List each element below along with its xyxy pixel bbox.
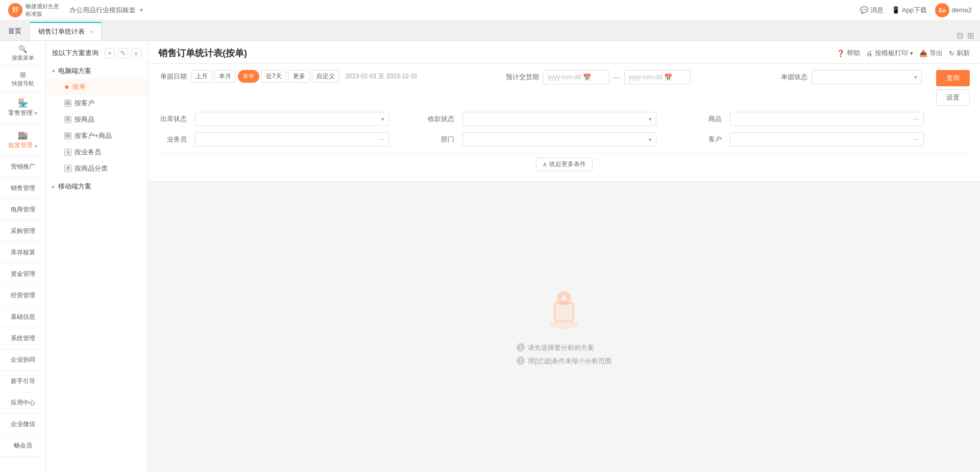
product-more-icon[interactable]: ··· — [913, 114, 919, 124]
sidebar-item-wholesale[interactable]: 🏬 批发管理 ▴ — [0, 124, 45, 156]
calendar-icon-from: 📅 — [583, 74, 591, 81]
empty-tip-1: 1 请先选择要分析的方案 — [517, 343, 611, 352]
logo[interactable]: 好 畅捷通好生意 标准版 — [8, 3, 59, 17]
sidebar-item-purchase[interactable]: 采购管理 — [0, 221, 45, 242]
export-btn[interactable]: 📤 导出 — [919, 49, 943, 58]
department-select[interactable]: ▾ — [462, 132, 656, 147]
department-label: 部门 — [426, 135, 454, 144]
search-btn[interactable]: 查询 — [936, 70, 970, 86]
status-select[interactable]: ▾ — [812, 70, 922, 84]
product-input[interactable]: ··· — [730, 112, 924, 126]
export-icon: 📤 — [919, 50, 927, 57]
user-menu[interactable]: Ea demo2 — [935, 3, 972, 17]
delivery-status-select[interactable]: ▾ — [195, 112, 389, 126]
message-icon: 💬 — [860, 6, 868, 14]
settings-btn[interactable]: 设置 — [936, 89, 970, 106]
sidebar-item-wechat[interactable]: 企业微信 — [0, 414, 45, 435]
sidebar-item-sales[interactable]: 销售管理 — [0, 178, 45, 199]
sidebar-item-ecommerce[interactable]: 电商管理 — [0, 199, 45, 221]
scheme-goods-icon: 商 — [64, 116, 71, 123]
print-icon: 🖨 — [866, 50, 873, 57]
expected-date-from[interactable]: yyyy-mm-dd 📅 — [543, 70, 609, 84]
template-print-btn[interactable]: 🖨 按模板打印 — [866, 49, 913, 58]
scheme-panel-header: 按以下方案查询 + ✎ « — [46, 45, 148, 61]
date-btn-thisyear[interactable]: 本年 — [238, 70, 259, 83]
sidebar-quick-nav[interactable]: ⊞ 快捷导航 — [0, 66, 45, 92]
scheme-group-pc: ▾ 电脑端方案 ● 按单 顾 按客户 商 按商品 顾 按客户+商品 — [46, 63, 148, 177]
date-btn-7days[interactable]: 近7天 — [261, 70, 286, 83]
help-btn[interactable]: ❓ 帮助 — [837, 49, 860, 58]
customer-label: 客户 — [693, 135, 722, 144]
date-btn-group: 上月 本月 本年 近7天 更多 自定义 — [191, 70, 339, 83]
scheme-item-order[interactable]: ● 按单 — [46, 79, 148, 95]
minimize-icon[interactable]: ⊟ — [957, 31, 963, 40]
app-download-btn[interactable]: 📱 App下载 — [892, 6, 927, 15]
tab-sales-order-stats[interactable]: 销售订单统计表 × — [30, 22, 102, 40]
salesman-label: 业务员 — [158, 135, 187, 144]
expected-date-to[interactable]: yyyy-mm-dd 📅 — [624, 70, 691, 84]
salesman-input[interactable]: ··· — [195, 132, 389, 147]
sidebar-item-inventory[interactable]: 库存核算 — [0, 242, 45, 264]
maximize-icon[interactable]: ⊞ — [967, 31, 974, 40]
logo-icon: 好 — [8, 3, 22, 17]
filter-area: 单据日期 上月 本月 本年 近7天 更多 自定义 2023-01-01 至 20… — [148, 64, 980, 182]
page-header: 销售订单统计表(按单) ❓ 帮助 🖨 按模板打印 📤 导出 — [148, 41, 980, 64]
scheme-item-category[interactable]: 类 按商品分类 — [46, 160, 148, 177]
page-title: 销售订单统计表(按单) — [158, 47, 247, 59]
date-btn-more[interactable]: 更多 — [288, 70, 310, 83]
collapse-bar: ∧ 收起更多条件 — [158, 153, 970, 175]
sidebar-item-member[interactable]: 畅会员 — [0, 435, 45, 457]
tab-close-icon[interactable]: × — [90, 29, 93, 35]
tab-home[interactable]: 首页 — [0, 22, 30, 40]
avatar: Ea — [935, 3, 949, 17]
scheme-group-mobile-header[interactable]: ▸ 移动端方案 — [46, 179, 148, 194]
sidebar-item-retail[interactable]: 🏪 零售管理 ▾ — [0, 92, 45, 124]
scheme-active-dot: ● — [64, 82, 69, 91]
status-select-arrow: ▾ — [914, 74, 917, 81]
sidebar-item-marketing[interactable]: 营销推广 — [0, 156, 45, 178]
sidebar-item-basic[interactable]: 基础信息 — [0, 306, 45, 328]
sidebar-item-appstore[interactable]: 应用中心 — [0, 392, 45, 414]
date-range-text: 2023-01-01 至 2023-12-31 — [346, 72, 418, 81]
date-btn-thismonth[interactable]: 本月 — [214, 70, 236, 83]
collapse-btn[interactable]: ∧ 收起更多条件 — [536, 157, 593, 171]
retail-icon: 🏪 — [4, 98, 41, 108]
payment-status-select[interactable]: ▾ — [462, 112, 656, 126]
customer-more-icon[interactable]: ··· — [913, 135, 919, 144]
search-icon: 🔍 — [18, 45, 27, 53]
expand-icon-mobile: ▸ — [52, 183, 55, 190]
sidebar-search[interactable]: 🔍 搜索菜单 — [0, 41, 45, 66]
sidebar-item-finance[interactable]: 资金管理 — [0, 264, 45, 285]
sidebar-item-system[interactable]: 系统管理 — [0, 328, 45, 349]
date-btn-lastmonth[interactable]: 上月 — [191, 70, 212, 83]
scheme-custgoods-icon: 顾 — [64, 132, 71, 139]
app-title-arrow[interactable]: ▾ — [140, 7, 143, 14]
scheme-item-customer[interactable]: 顾 按客户 — [46, 95, 148, 111]
scheme-item-salesman[interactable]: 业 按业务员 — [46, 144, 148, 160]
payment-arrow: ▾ — [649, 116, 652, 123]
svg-rect-2 — [556, 304, 572, 320]
empty-state: 1 请先选择要分析的方案 2 用[过滤]条件来缩小分析范围 — [148, 182, 980, 472]
collapse-panel-btn[interactable]: « — [131, 48, 141, 58]
add-scheme-btn[interactable]: + — [105, 48, 115, 58]
calendar-icon-to: 📅 — [664, 74, 672, 81]
scheme-group-pc-header[interactable]: ▾ 电脑端方案 — [46, 63, 148, 79]
date-btn-custom[interactable]: 自定义 — [312, 70, 339, 83]
empty-tips: 1 请先选择要分析的方案 2 用[过滤]条件来缩小分析范围 — [517, 343, 611, 370]
edit-scheme-btn[interactable]: ✎ — [118, 48, 128, 58]
salesman-more-icon[interactable]: ··· — [378, 135, 384, 144]
refresh-icon: ↻ — [949, 50, 954, 57]
app-title: 办公用品行业模拟账套 — [69, 6, 136, 15]
scheme-item-customer-goods[interactable]: 顾 按客户+商品 — [46, 128, 148, 144]
delivery-arrow: ▾ — [381, 116, 384, 123]
message-btn[interactable]: 💬 消息 — [860, 6, 884, 15]
customer-input[interactable]: ··· — [730, 132, 924, 147]
sidebar-item-operations[interactable]: 经营管理 — [0, 285, 45, 306]
refresh-btn[interactable]: ↻ 刷新 — [949, 49, 970, 58]
nav-icon: ⊞ — [20, 70, 26, 79]
expand-icon: ▾ — [52, 68, 55, 75]
sidebar-item-guide[interactable]: 新手引导 — [0, 371, 45, 392]
scheme-customer-icon: 顾 — [64, 100, 71, 107]
scheme-item-goods[interactable]: 商 按商品 — [46, 111, 148, 128]
sidebar-item-company[interactable]: 企业协同 — [0, 349, 45, 371]
